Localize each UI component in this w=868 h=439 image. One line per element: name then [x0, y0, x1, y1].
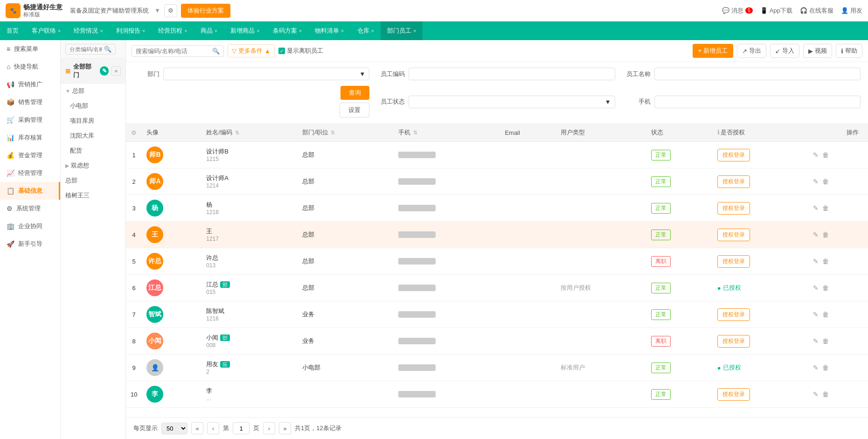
- dept-node-双虑想[interactable]: ▶双虑想: [61, 158, 125, 173]
- edit-button[interactable]: ✎: [813, 178, 819, 185]
- nav-tab-首页[interactable]: 首页: [0, 21, 25, 40]
- next-page-btn[interactable]: ›: [263, 422, 275, 434]
- sidebar-item-marketing[interactable]: 📢营销推广: [0, 76, 60, 93]
- prev-page-btn[interactable]: ‹: [207, 422, 219, 434]
- sidebar-item-search[interactable]: ≡搜索菜单: [0, 40, 60, 58]
- nav-tab-部门员工[interactable]: 部门员工×: [381, 21, 423, 40]
- sidebar-item-basic[interactable]: 📋基础信息: [0, 182, 60, 200]
- authorize-button[interactable]: 授权登录: [717, 308, 750, 321]
- nav-tab-商品[interactable]: 商品×: [194, 21, 224, 40]
- nav-tab-物料清单[interactable]: 物料清单×: [308, 21, 350, 40]
- add-employee-button[interactable]: + 新增员工: [693, 44, 733, 58]
- first-page-btn[interactable]: «: [191, 422, 203, 434]
- edit-button[interactable]: ✎: [813, 258, 819, 265]
- nav-tab-利润报告[interactable]: 利润报告×: [110, 21, 152, 40]
- close-tab-icon[interactable]: ×: [257, 28, 259, 34]
- phone-input[interactable]: [654, 96, 861, 108]
- authorize-button[interactable]: 授权登录: [717, 335, 750, 348]
- show-resigned-toggle[interactable]: ✓ 显示离职员工: [278, 47, 323, 55]
- view-button[interactable]: ▶ 视频: [803, 44, 832, 58]
- settings-col-icon[interactable]: ⚙: [131, 129, 137, 136]
- dept-search-icon[interactable]: 🔍: [104, 46, 111, 53]
- edit-button[interactable]: ✎: [813, 151, 819, 159]
- sidebar-item-capital[interactable]: 💰资金管理: [0, 146, 60, 164]
- dept-node-总部[interactable]: 总部: [61, 173, 125, 188]
- dept-collapse-btn[interactable]: ✎: [100, 66, 109, 76]
- close-tab-icon[interactable]: ×: [341, 28, 344, 34]
- delete-button[interactable]: 🗑: [822, 284, 829, 292]
- edit-button[interactable]: ✎: [813, 390, 819, 398]
- close-tab-icon[interactable]: ×: [142, 28, 145, 34]
- dept-select[interactable]: ▼: [163, 68, 369, 80]
- sidebar-item-operation[interactable]: 📈经营管理: [0, 164, 60, 182]
- dept-all-item[interactable]: ⊞ 全部部门 ✎ «: [61, 59, 125, 84]
- close-tab-icon[interactable]: ×: [184, 28, 187, 34]
- current-page-input[interactable]: [233, 422, 250, 434]
- edit-button[interactable]: ✎: [813, 311, 819, 318]
- sidebar-item-enterprise[interactable]: 🏢企业协同: [0, 217, 60, 235]
- delete-button[interactable]: 🗑: [822, 390, 829, 398]
- authorize-button[interactable]: 授权登录: [717, 175, 750, 188]
- emp-name-input[interactable]: [654, 68, 861, 80]
- edit-button[interactable]: ✎: [813, 364, 819, 371]
- page-size-select[interactable]: 50 20 100: [161, 423, 187, 434]
- show-resigned-checkbox[interactable]: ✓: [278, 48, 285, 54]
- dept-node-项目库房[interactable]: 项目库房: [61, 113, 125, 128]
- dept-node-总部[interactable]: ▼总部: [61, 84, 125, 98]
- nav-tab-经营历程[interactable]: 经营历程×: [152, 21, 194, 40]
- dept-arrow-btn[interactable]: «: [111, 66, 121, 76]
- delete-button[interactable]: 🗑: [822, 337, 829, 345]
- settings-button[interactable]: ⚙: [164, 4, 177, 17]
- edit-button[interactable]: ✎: [813, 337, 819, 345]
- dept-node-配货[interactable]: 配货: [61, 143, 125, 158]
- employee-search-wrap[interactable]: 🔍: [132, 45, 224, 57]
- reset-button[interactable]: 设置: [340, 103, 369, 118]
- message-item[interactable]: 💬 消息 5: [722, 7, 753, 15]
- edit-button[interactable]: ✎: [813, 231, 819, 238]
- authorize-button[interactable]: 授权登录: [717, 388, 750, 401]
- edit-button[interactable]: ✎: [813, 284, 819, 292]
- close-tab-icon[interactable]: ×: [299, 28, 302, 34]
- dept-node-植树王三[interactable]: 植树王三: [61, 188, 125, 203]
- close-tab-icon[interactable]: ×: [100, 28, 103, 34]
- employee-search-input[interactable]: [136, 48, 210, 55]
- nav-tab-新增商品[interactable]: 新增商品×: [224, 21, 266, 40]
- app-download-item[interactable]: 📱 App下载: [760, 7, 792, 15]
- delete-button[interactable]: 🗑: [822, 231, 829, 238]
- close-tab-icon[interactable]: ×: [58, 28, 61, 34]
- dept-sort-icon[interactable]: ⇅: [331, 130, 335, 135]
- close-tab-icon[interactable]: ×: [371, 28, 374, 34]
- delete-button[interactable]: 🗑: [822, 151, 829, 159]
- last-page-btn[interactable]: »: [279, 422, 291, 434]
- authorize-button[interactable]: 授权登录: [717, 202, 750, 215]
- sidebar-item-sales[interactable]: 📦销售管理: [0, 93, 60, 111]
- import-button[interactable]: ↙ 导入: [770, 44, 799, 58]
- delete-button[interactable]: 🗑: [822, 204, 829, 212]
- emp-status-select[interactable]: ▼: [409, 96, 615, 108]
- authorize-button[interactable]: 授权登录: [717, 229, 750, 241]
- delete-button[interactable]: 🗑: [822, 311, 829, 318]
- delete-button[interactable]: 🗑: [822, 258, 829, 265]
- delete-button[interactable]: 🗑: [822, 364, 829, 371]
- close-tab-icon[interactable]: ×: [215, 28, 217, 34]
- nav-tab-条码方案[interactable]: 条码方案×: [266, 21, 308, 40]
- sidebar-item-inventory[interactable]: 📊库存核算: [0, 129, 60, 146]
- dept-search-box[interactable]: 🔍: [65, 44, 116, 55]
- query-button[interactable]: 查询: [340, 86, 369, 100]
- more-conditions-btn[interactable]: ▽ 更多条件 ▲: [228, 44, 275, 57]
- dept-node-沈阳大库[interactable]: 沈阳大库: [61, 128, 125, 143]
- dept-node-小电部[interactable]: 小电部: [61, 98, 125, 113]
- help-button[interactable]: ℹ 帮助: [836, 44, 862, 58]
- sidebar-item-system[interactable]: ⚙系统管理: [0, 200, 60, 217]
- trial-button[interactable]: 体验行业方案: [181, 4, 230, 18]
- authorize-button[interactable]: 授权登录: [717, 149, 750, 161]
- close-tab-icon[interactable]: ×: [413, 28, 416, 34]
- sidebar-item-quick-nav[interactable]: ⌂快捷导航: [0, 58, 60, 76]
- emp-code-input[interactable]: [409, 68, 615, 80]
- online-service-item[interactable]: 🎧 在线客服: [800, 7, 833, 15]
- phone-sort-icon[interactable]: ⇅: [413, 130, 417, 135]
- edit-button[interactable]: ✎: [813, 204, 819, 212]
- nav-tab-仓库[interactable]: 仓库×: [351, 21, 381, 40]
- nav-tab-客户联络[interactable]: 客户联络×: [25, 21, 67, 40]
- authorize-button[interactable]: 授权登录: [717, 255, 750, 268]
